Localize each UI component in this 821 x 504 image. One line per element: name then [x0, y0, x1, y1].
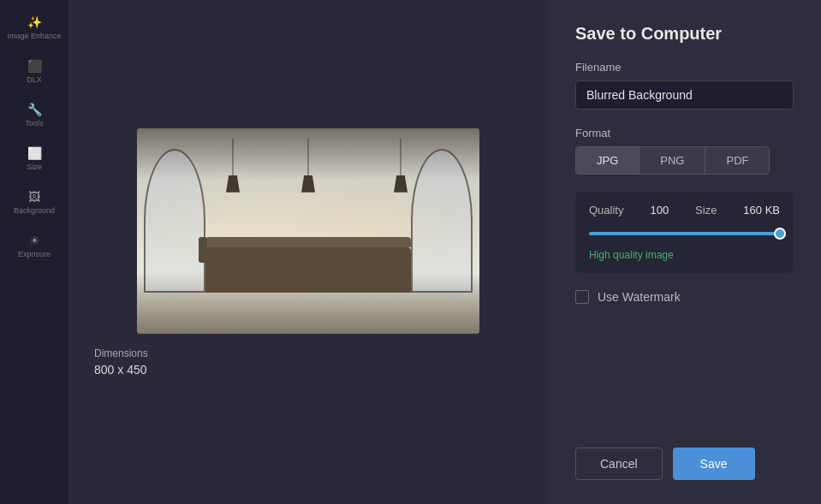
dialog-title: Save to Computer: [575, 24, 794, 44]
window-right: [411, 149, 473, 293]
sidebar-item-enhance[interactable]: ✨ Image Enhance: [0, 9, 68, 47]
sidebar-item-background[interactable]: 🖼 Background: [0, 183, 68, 222]
filename-group: Filename: [575, 61, 794, 110]
format-pdf-button[interactable]: PDF: [705, 147, 769, 174]
quality-value: 100: [650, 204, 669, 216]
spacer: [575, 321, 794, 430]
filename-label: Filename: [575, 61, 794, 74]
sidebar-item-label-dlx: DLX: [5, 75, 63, 84]
quality-label: Quality: [589, 204, 623, 216]
sidebar-item-label-bg: Background: [5, 206, 63, 215]
size-value: 160 KB: [743, 204, 780, 216]
size-icon: ⬜: [5, 146, 63, 160]
size-label: Size: [695, 204, 717, 216]
format-label: Format: [575, 127, 794, 139]
quality-note: High quality image: [589, 249, 780, 261]
save-dialog: Dimensions 800 x 450 Save to Computer Fi…: [68, 0, 821, 504]
sidebar-item-label-size: Size: [5, 163, 63, 171]
dimensions-area: Dimensions 800 x 450: [86, 347, 148, 377]
quality-slider-container: [589, 225, 780, 242]
quality-slider-thumb[interactable]: [774, 228, 786, 240]
save-button[interactable]: Save: [673, 448, 755, 480]
action-buttons: Cancel Save: [575, 448, 794, 480]
tools-icon: 🔧: [5, 103, 63, 116]
sidebar-item-dlx[interactable]: ⬛ DLX: [0, 52, 68, 91]
sidebar-item-label-tools: Tools: [5, 119, 63, 127]
sidebar-item-exposure[interactable]: ☀ Exposure: [0, 227, 68, 265]
image-preview: [137, 128, 479, 334]
exposure-icon: ☀: [5, 234, 63, 247]
sidebar-item-size[interactable]: ⬜ Size: [0, 139, 68, 178]
preview-panel: Dimensions 800 x 450: [68, 0, 548, 504]
quality-row: Quality 100 Size 160 KB: [589, 204, 780, 216]
format-jpg-button[interactable]: JPG: [576, 147, 640, 174]
format-group: Format JPG PNG PDF: [575, 127, 794, 175]
room-image: [137, 128, 479, 334]
save-options-panel: Save to Computer Filename Format JPG PNG…: [548, 0, 821, 504]
dimensions-label: Dimensions: [94, 347, 148, 359]
quality-section: Quality 100 Size 160 KB High quality ima…: [575, 192, 794, 273]
enhance-icon: ✨: [5, 15, 63, 29]
lamp-left: [223, 139, 243, 200]
cancel-button[interactable]: Cancel: [575, 448, 663, 480]
filename-input[interactable]: [575, 80, 794, 110]
lamp-center: [298, 139, 318, 200]
sidebar-item-label-exp: Exposure: [5, 250, 63, 258]
watermark-label: Use Watermark: [598, 290, 681, 304]
quality-slider-track: [589, 232, 780, 235]
watermark-checkbox[interactable]: [575, 290, 589, 304]
background-icon: 🖼: [5, 190, 63, 204]
sidebar-item-label: Image Enhance: [5, 32, 63, 40]
sidebar-item-tools[interactable]: 🔧 Tools: [0, 96, 68, 134]
lamp-right: [390, 139, 411, 200]
sidebar: ✨ Image Enhance ⬛ DLX 🔧 Tools ⬜ Size 🖼 B…: [0, 0, 68, 504]
window-left: [144, 149, 205, 293]
dimensions-value: 800 x 450: [94, 363, 148, 377]
format-button-group: JPG PNG PDF: [575, 146, 770, 175]
watermark-row: Use Watermark: [575, 290, 794, 304]
sofa: [205, 247, 411, 293]
dlx-icon: ⬛: [5, 59, 63, 73]
format-png-button[interactable]: PNG: [640, 147, 705, 174]
